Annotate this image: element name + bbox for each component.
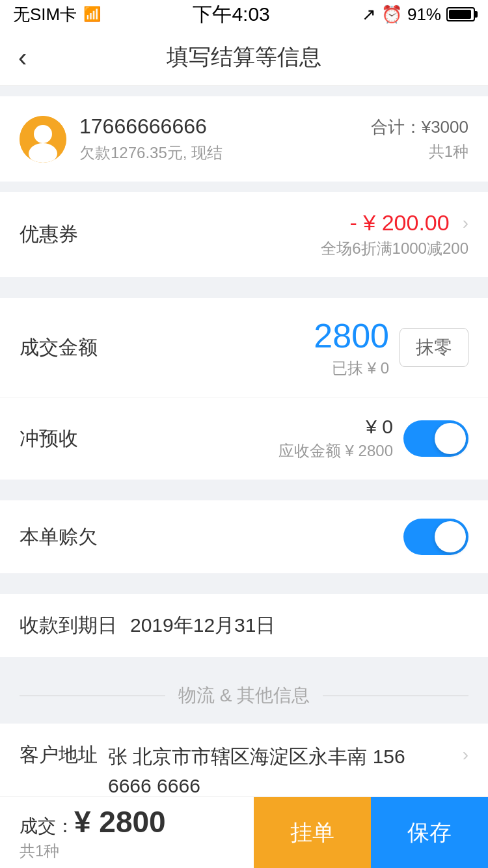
footer-deal-label: 成交：	[20, 816, 74, 836]
due-date-label: 收款到期日	[20, 612, 117, 639]
precharge-toggle[interactable]	[403, 420, 468, 457]
divider-4	[0, 573, 488, 584]
total-value: ¥3000	[422, 117, 468, 137]
customer-card: 17666666666 欠款1276.35元, 现结 合计：¥3000 共1种	[0, 96, 488, 182]
carrier-text: 无SIM卡	[13, 3, 77, 26]
status-left: 无SIM卡 📶	[13, 3, 101, 26]
customer-phone: 17666666666	[79, 115, 223, 139]
gps-icon: ↗	[362, 5, 376, 25]
customer-info: 17666666666 欠款1276.35元, 现结	[79, 115, 223, 163]
total-count: 共1种	[371, 141, 468, 162]
battery-icon	[446, 7, 475, 21]
address-label: 客户地址	[20, 742, 98, 768]
toggle-thumb	[435, 423, 466, 454]
debt-toggle[interactable]	[403, 519, 468, 555]
wifi-icon: 📶	[83, 6, 101, 23]
logistics-header: 物流 & 其他信息	[0, 668, 488, 724]
coupon-desc: 全场6折满1000减200	[321, 238, 468, 259]
save-button[interactable]: 保存	[371, 797, 488, 868]
debt-row: 本单赊欠	[0, 500, 488, 573]
pending-button[interactable]: 挂单	[254, 797, 371, 868]
svg-point-1	[34, 125, 52, 143]
deal-amount: 2800	[314, 317, 389, 355]
precharge-amount-block: ¥ 0 应收金额 ¥ 2800	[278, 416, 393, 461]
divider-2	[0, 277, 488, 288]
coupon-right: - ¥ 200.00 › 全场6折满1000减200	[321, 210, 468, 259]
customer-subtext: 欠款1276.35元, 现结	[79, 142, 223, 163]
divider-3	[0, 480, 488, 490]
debt-right	[403, 519, 468, 555]
precharge-sub: 应收金额 ¥ 2800	[278, 441, 393, 461]
footer-deal-amount: ¥ 2800	[74, 805, 166, 839]
status-time: 下午4:03	[193, 1, 269, 28]
status-right: ↗ ⏰ 91%	[362, 5, 475, 25]
status-bar: 无SIM卡 📶 下午4:03 ↗ ⏰ 91%	[0, 0, 488, 29]
footer-bar: 成交：¥ 2800 共1种 挂单 保存	[0, 796, 488, 868]
coupon-value: - ¥ 200.00	[350, 210, 450, 236]
round-zero-button[interactable]: 抹零	[400, 328, 468, 367]
due-date-value: 2019年12月31日	[130, 612, 275, 639]
logistics-title: 物流 & 其他信息	[178, 683, 310, 708]
due-date-row: 收款到期日 2019年12月31日	[0, 594, 488, 657]
alarm-icon: ⏰	[381, 5, 402, 25]
coupon-label: 优惠券	[20, 221, 78, 248]
precharge-label: 冲预收	[20, 426, 78, 452]
precharge-right: ¥ 0 应收金额 ¥ 2800	[278, 416, 468, 461]
page-title: 填写结算等信息	[167, 42, 321, 72]
chevron-right-icon: ›	[463, 213, 468, 234]
battery-percent: 91%	[407, 5, 441, 25]
footer-buttons: 挂单 保存	[254, 797, 488, 868]
deal-right: 2800 已抹 ¥ 0 抹零	[314, 316, 468, 379]
footer-info: 成交：¥ 2800 共1种	[0, 804, 254, 861]
divider-5	[0, 657, 488, 668]
deal-label: 成交金额	[20, 334, 98, 361]
deal-section: 成交金额 2800 已抹 ¥ 0 抹零 冲预收 ¥ 0 应收金额 ¥ 2800	[0, 298, 488, 480]
back-button[interactable]: ‹	[18, 44, 27, 70]
deal-sub: 已抹 ¥ 0	[314, 358, 389, 379]
address-chevron-icon: ›	[463, 744, 468, 765]
address-content: 张 北京市市辖区海淀区永丰南 156 6666 6666	[108, 742, 452, 800]
coupon-row[interactable]: 优惠券 - ¥ 200.00 › 全场6折满1000减200	[0, 192, 488, 277]
debt-toggle-thumb	[435, 521, 466, 552]
logistics-line-left	[20, 696, 165, 696]
logistics-line-right	[323, 696, 468, 696]
precharge-row: 冲预收 ¥ 0 应收金额 ¥ 2800	[0, 398, 488, 480]
footer-count: 共1种	[20, 841, 234, 861]
footer-deal-row: 成交：¥ 2800	[20, 804, 234, 839]
nav-bar: ‹ 填写结算等信息	[0, 29, 488, 86]
total-label: 合计：¥3000	[371, 116, 468, 139]
debt-label: 本单赊欠	[20, 524, 98, 550]
divider-1	[0, 182, 488, 192]
debt-section: 本单赊欠	[0, 500, 488, 573]
customer-left: 17666666666 欠款1276.35元, 现结	[20, 115, 223, 163]
customer-total: 合计：¥3000 共1种	[371, 116, 468, 162]
avatar	[20, 116, 66, 163]
precharge-amount: ¥ 0	[278, 416, 393, 438]
deal-amount-row: 成交金额 2800 已抹 ¥ 0 抹零	[0, 298, 488, 398]
